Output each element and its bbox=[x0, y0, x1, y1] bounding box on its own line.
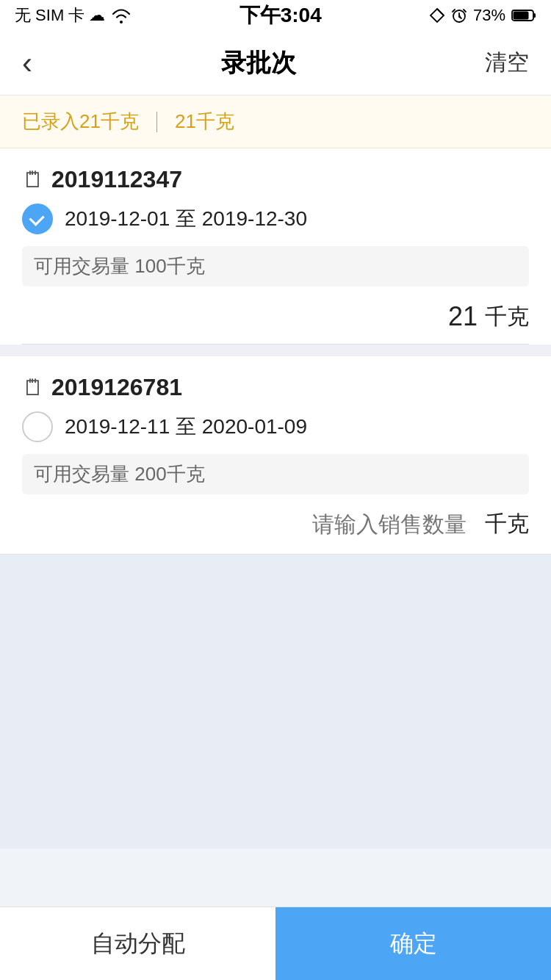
status-left: 无 SIM 卡 ☁ bbox=[15, 4, 132, 26]
clear-button[interactable]: 清空 bbox=[485, 48, 529, 78]
batch1-id: 2019112347 bbox=[51, 166, 182, 193]
status-bar: 无 SIM 卡 ☁ 下午3:04 73% bbox=[0, 0, 551, 31]
summary-banner: 已录入21千克 21千克 bbox=[0, 96, 551, 148]
battery-icon bbox=[511, 9, 536, 22]
no-sim-text: 无 SIM 卡 ☁ bbox=[15, 4, 105, 26]
total-label: 21千克 bbox=[175, 109, 234, 134]
batch2-radio[interactable] bbox=[22, 411, 53, 442]
summary-divider bbox=[156, 112, 157, 132]
auto-distribute-button[interactable]: 自动分配 bbox=[0, 907, 276, 980]
alarm-icon bbox=[451, 7, 467, 24]
batch2-id: 2019126781 bbox=[51, 374, 182, 401]
svg-rect-3 bbox=[513, 12, 528, 20]
batch2-card: 🗒 2019126781 2019-12-11 至 2020-01-09 可用交… bbox=[0, 356, 551, 555]
status-time: 下午3:04 bbox=[240, 1, 322, 29]
batch1-header: 🗒 2019112347 bbox=[22, 166, 529, 193]
batch1-date-row: 2019-12-01 至 2019-12-30 bbox=[22, 203, 529, 234]
batch1-card: 🗒 2019112347 2019-12-01 至 2019-12-30 可用交… bbox=[0, 148, 551, 345]
batch2-available: 可用交易量 200千克 bbox=[22, 454, 529, 494]
batch1-quantity-unit: 千克 bbox=[485, 302, 529, 332]
batch1-quantity-value: 21 bbox=[448, 301, 478, 332]
batch1-quantity-row: 21 千克 bbox=[0, 287, 551, 332]
batch1-icon: 🗒 bbox=[22, 167, 44, 192]
batch1-radio[interactable] bbox=[22, 203, 53, 234]
recorded-label: 已录入21千克 bbox=[22, 109, 139, 134]
batch2-date-row: 2019-12-11 至 2020-01-09 bbox=[22, 411, 529, 442]
batch2-unit: 千克 bbox=[485, 509, 529, 539]
status-right: 73% bbox=[429, 6, 536, 25]
nav-bar: ‹ 录批次 清空 bbox=[0, 31, 551, 96]
batch1-date: 2019-12-01 至 2019-12-30 bbox=[65, 205, 307, 233]
batch2-date: 2019-12-11 至 2020-01-09 bbox=[65, 413, 307, 441]
section-divider bbox=[0, 345, 551, 356]
batch2-quantity-input[interactable] bbox=[22, 512, 478, 537]
batch2-header: 🗒 2019126781 bbox=[22, 374, 529, 401]
bottom-bar: 自动分配 确定 bbox=[0, 907, 551, 980]
batch1-available: 可用交易量 100千克 bbox=[22, 246, 529, 287]
back-button[interactable]: ‹ bbox=[22, 46, 32, 81]
location-icon bbox=[429, 7, 445, 24]
battery-text: 73% bbox=[473, 6, 505, 25]
batch2-quantity-container: 千克 bbox=[0, 494, 551, 555]
page-title: 录批次 bbox=[221, 46, 296, 80]
batch2-icon: 🗒 bbox=[22, 375, 44, 400]
wifi-icon bbox=[111, 7, 132, 24]
confirm-button[interactable]: 确定 bbox=[276, 907, 551, 980]
svg-rect-2 bbox=[533, 13, 536, 18]
gray-area bbox=[0, 555, 551, 849]
